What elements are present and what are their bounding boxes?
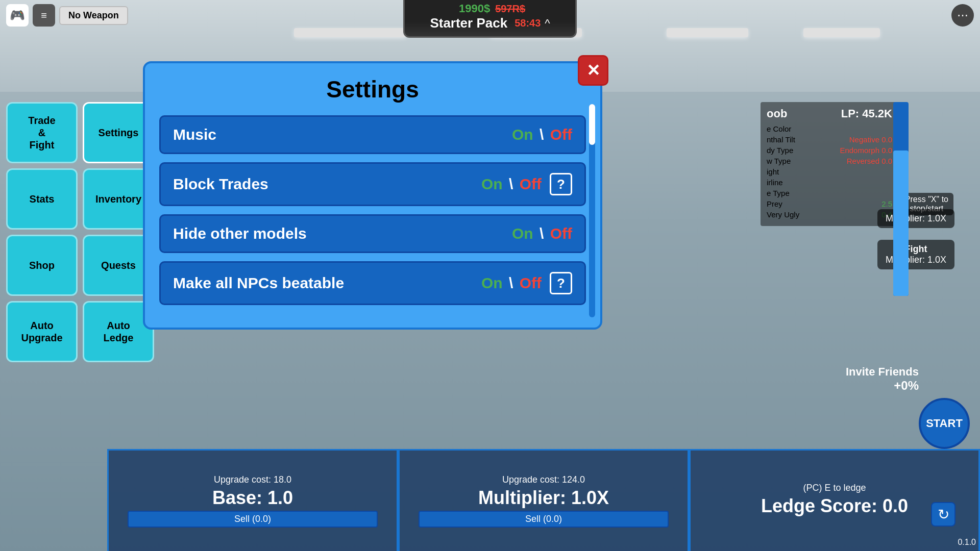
stat-prey-val: 2.5 [881, 199, 892, 208]
music-label: Music [173, 126, 512, 143]
npcs-beatable-help-button[interactable]: ? [550, 272, 572, 294]
top-bar: 🎮 ≡ No Weapon [0, 0, 980, 31]
stat-brow-label: w Type [767, 157, 791, 165]
hide-models-sep: \ [535, 225, 548, 242]
multiplier-sell-button[interactable]: Sell (0.0) [419, 511, 669, 528]
health-bar-container [893, 102, 909, 296]
start-button[interactable]: START [919, 398, 970, 449]
no-weapon-button[interactable]: No Weapon [59, 6, 128, 25]
stat-type-label: e Type [767, 189, 790, 197]
settings-modal: ✕ Settings Music On \ Off Block Trades O… [143, 61, 602, 330]
invite-friends-pct: +0% [846, 379, 919, 393]
hud-stat-ugly: Very Ugly 0.4 [767, 210, 892, 219]
bottom-panels: Upgrade cost: 18.0 Base: 1.0 Sell (0.0) … [107, 449, 980, 551]
health-bar-fill [893, 151, 909, 296]
stat-height-label: ight [767, 167, 779, 176]
multiplier-value-label: Multiplier: 1.0X [478, 487, 609, 509]
settings-row-block-trades[interactable]: Block Trades On \ Off ? [159, 162, 586, 206]
stat-brow-val: Reversed 0.0 [847, 157, 892, 165]
version-label: 0.1.0 [958, 538, 976, 547]
bottom-panel-ledge: (PC) E to ledge Ledge Score: 0.0 [689, 449, 980, 551]
block-trades-off: Off [520, 176, 542, 193]
stat-tilt-label: nthal Tilt [767, 135, 795, 144]
hud-stat-tilt: nthal Tilt Negative 0.0 [767, 135, 892, 144]
hud-stat-prey: Prey 2.5 [767, 199, 892, 208]
music-on: On [512, 126, 533, 143]
npcs-beatable-label: Make all NPCs beatable [173, 274, 481, 292]
roblox-icon: 🎮 [6, 4, 29, 27]
hud-panel: oob LP: 45.2K e Color nthal Tilt Negativ… [761, 102, 898, 226]
stat-color-label: e Color [767, 124, 791, 133]
stat-body-label: dy Type [767, 146, 793, 155]
modal-scrollbar[interactable] [589, 104, 595, 317]
npcs-beatable-on: On [481, 274, 503, 292]
invite-friends-label: Invite Friends [846, 365, 919, 379]
npcs-beatable-sep: \ [505, 274, 518, 292]
base-value-label: Base: 1.0 [212, 487, 293, 509]
hide-models-label: Hide other models [173, 225, 512, 242]
modal-scrollbar-thumb [589, 104, 595, 145]
ledge-value-label: Ledge Score: 0.0 [761, 495, 908, 517]
sidebar-btn-shop[interactable]: Shop [6, 235, 78, 296]
modal-close-button[interactable]: ✕ [578, 55, 608, 86]
sidebar: Trade & Fight Settings Stats Inventory S… [6, 102, 154, 362]
hide-models-on: On [512, 225, 533, 242]
hud-stat-color: e Color [767, 124, 892, 133]
multiplier-panel: Multiplier: 1.0X [877, 209, 954, 228]
modal-title: Settings [159, 76, 586, 103]
stat-airline-label: irline [767, 178, 783, 187]
stat-prey-label: Prey [767, 199, 782, 208]
settings-row-npcs-beatable[interactable]: Make all NPCs beatable On \ Off ? [159, 261, 586, 305]
block-trades-on: On [481, 176, 503, 193]
stat-tilt-val: Negative 0.0 [849, 135, 892, 144]
block-trades-sep: \ [505, 176, 518, 193]
settings-row-music[interactable]: Music On \ Off [159, 115, 586, 154]
invite-friends: Invite Friends +0% [846, 365, 919, 393]
music-sep: \ [535, 126, 548, 143]
settings-row-hide-models[interactable]: Hide other models On \ Off [159, 214, 586, 253]
hud-header: oob LP: 45.2K [767, 107, 892, 120]
player-lp: LP: 45.2K [841, 107, 892, 120]
block-trades-label: Block Trades [173, 176, 481, 193]
hud-stat-type: e Type [767, 189, 892, 197]
sidebar-btn-auto-upgrade[interactable]: Auto Upgrade [6, 301, 78, 362]
stat-ugly-label: Very Ugly [767, 210, 799, 219]
hud-stat-brow: w Type Reversed 0.0 [767, 157, 892, 165]
base-sell-button[interactable]: Sell (0.0) [128, 511, 378, 528]
hide-models-off: Off [550, 225, 572, 242]
hud-stat-body: dy Type Endomorph 0.0 [767, 146, 892, 155]
fight-panel: Fight Multiplier: 1.0X [877, 240, 954, 269]
npcs-beatable-off: Off [520, 274, 542, 292]
player-name: oob [767, 107, 787, 120]
sidebar-btn-trade-fight[interactable]: Trade & Fight [6, 102, 78, 163]
ledge-cost-label: (PC) E to ledge [803, 483, 866, 493]
refresh-icon[interactable]: ↻ [931, 502, 955, 527]
block-trades-help-button[interactable]: ? [550, 173, 572, 195]
menu-icon[interactable]: ≡ [33, 4, 55, 27]
base-cost-label: Upgrade cost: 18.0 [214, 474, 291, 485]
sidebar-btn-stats[interactable]: Stats [6, 168, 78, 230]
bottom-panel-base: Upgrade cost: 18.0 Base: 1.0 Sell (0.0) [107, 449, 398, 551]
music-off: Off [550, 126, 572, 143]
hud-stat-airline: irline [767, 178, 892, 187]
hud-stat-height: ight [767, 167, 892, 176]
stat-body-val: Endomorph 0.0 [840, 146, 892, 155]
multiplier-cost-label: Upgrade cost: 124.0 [502, 474, 585, 485]
bottom-panel-multiplier: Upgrade cost: 124.0 Multiplier: 1.0X Sel… [398, 449, 689, 551]
